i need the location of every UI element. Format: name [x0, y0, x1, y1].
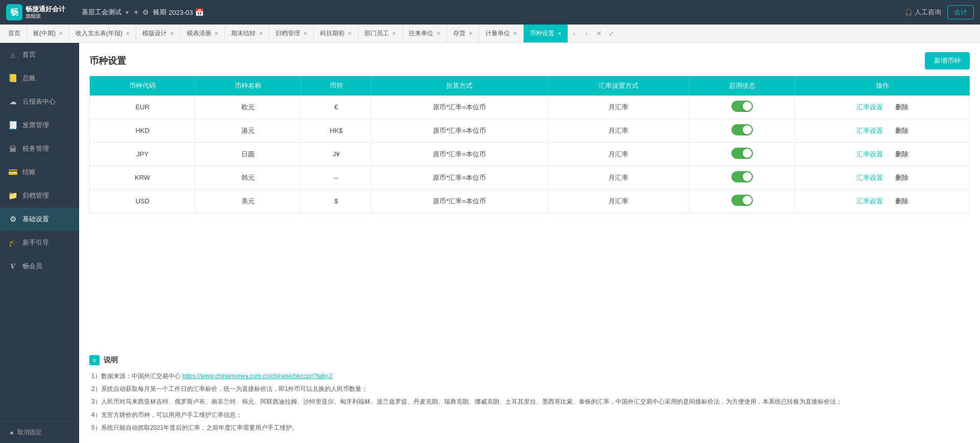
- tab-dept-close[interactable]: ✕: [392, 31, 396, 36]
- toggle-thumb-3: [743, 172, 752, 181]
- cell-status-4: [690, 190, 795, 213]
- rate-setting-link-1[interactable]: 汇率设置: [856, 126, 883, 135]
- tab-customers[interactable]: 往来单位 ✕: [403, 25, 447, 43]
- workspace-selector[interactable]: 基层工会测试 ▼: [82, 8, 130, 17]
- cell-status-2: [690, 143, 795, 166]
- note-link[interactable]: https://www.chinamoney.com.cn/chinese/bk…: [182, 372, 332, 380]
- rate-setting-link-4[interactable]: 汇率设置: [856, 197, 883, 206]
- delete-link-0[interactable]: 删除: [895, 103, 909, 112]
- tab-period-end-label: 期末结转: [231, 29, 256, 38]
- tab-template-close[interactable]: ✕: [170, 31, 174, 36]
- tab-subject-close[interactable]: ✕: [348, 31, 352, 36]
- toggle-track-2: [731, 148, 753, 159]
- delete-link-3[interactable]: 删除: [895, 173, 909, 182]
- pin-label: 取消固定: [17, 428, 42, 437]
- table-row: KRW 韩元 -- 原币*汇率=本位币 月汇率 汇率设置 删除: [90, 166, 970, 190]
- sidebar-item-tax[interactable]: 🏛 税务管理: [0, 137, 79, 160]
- cell-code-1: HKD: [90, 119, 195, 143]
- table-row: HKD 港元 HK$ 原币*汇率=本位币 月汇率 汇率设置 删除: [90, 119, 970, 143]
- sidebar-item-ledger-label: 总账: [22, 74, 36, 83]
- tab-archive[interactable]: 归档管理 ✕: [270, 25, 314, 43]
- tab-currency-close[interactable]: ✕: [557, 31, 561, 36]
- rate-setting-link-2[interactable]: 汇率设置: [856, 150, 883, 159]
- cell-rate-type-0: 月汇率: [548, 96, 689, 119]
- new-currency-button[interactable]: 新增币种: [925, 52, 970, 69]
- delete-link-2[interactable]: 删除: [895, 150, 909, 159]
- sidebar-item-home[interactable]: ⌂ 首页: [0, 43, 79, 66]
- tab-dept[interactable]: 部门员工 ✕: [358, 25, 403, 43]
- note-list: 1）数据来源：中国外汇交易中心 https://www.chinamoney.c…: [89, 371, 970, 433]
- currency-table: 币种代码 币种名称 币符 折算方式 汇率设置方式 启用状态 操作 EUR 欧元 …: [89, 76, 970, 213]
- tab-inventory-close[interactable]: ✕: [469, 31, 473, 36]
- tab-income[interactable]: 收入支出表(年报) ✕: [69, 25, 136, 43]
- tab-customers-close[interactable]: ✕: [436, 31, 440, 36]
- sidebar-pin-toggle[interactable]: ◄ 取消固定: [0, 422, 79, 443]
- tab-tax-close[interactable]: ✕: [214, 31, 218, 36]
- cell-code-2: JPY: [90, 143, 195, 166]
- sidebar-item-settings[interactable]: ⚙ 基础设置: [0, 207, 79, 231]
- tab-template[interactable]: 模版设计 ✕: [136, 25, 181, 43]
- cell-status-0: [690, 96, 795, 119]
- tab-currency[interactable]: 币种设置 ✕: [524, 25, 568, 43]
- checkout-icon: 💳: [8, 168, 17, 177]
- tab-archive-close[interactable]: ✕: [303, 31, 307, 36]
- sidebar-item-checkout[interactable]: 💳 结账: [0, 160, 79, 184]
- cell-rate-type-2: 月汇率: [548, 143, 689, 166]
- tab-subject[interactable]: 科目期初 ✕: [314, 25, 358, 43]
- action-cell-0: 汇率设置 删除: [801, 103, 963, 112]
- period-label: 账期: [153, 8, 166, 17]
- tab-period-end[interactable]: 期末结转 ✕: [225, 25, 270, 43]
- tab-close-all-button[interactable]: ✕: [593, 25, 605, 43]
- add-workspace-button[interactable]: +: [134, 8, 138, 17]
- toggle-3[interactable]: [731, 171, 753, 182]
- logo-icon: 畅: [6, 4, 22, 20]
- table-row: EUR 欧元 € 原币*汇率=本位币 月汇率 汇率设置 删除: [90, 96, 970, 119]
- tab-tax[interactable]: 税表清册 ✕: [181, 25, 225, 43]
- toggle-2[interactable]: [731, 148, 753, 159]
- tab-unit[interactable]: 计量单位 ✕: [479, 25, 524, 43]
- account-button[interactable]: 会计: [947, 5, 974, 19]
- rate-setting-link-3[interactable]: 汇率设置: [856, 173, 883, 182]
- tab-inventory[interactable]: 存货 ✕: [447, 25, 479, 43]
- action-cell-2: 汇率设置 删除: [801, 150, 963, 159]
- sidebar-item-member[interactable]: V 畅会员: [0, 254, 79, 278]
- sidebar-item-archive[interactable]: 📁 归档管理: [0, 184, 79, 207]
- note-icon: ≡: [89, 355, 100, 365]
- tab-ledger-close[interactable]: ✕: [59, 31, 63, 36]
- cell-calc-0: 原币*汇率=本位币: [371, 96, 548, 119]
- cell-code-0: EUR: [90, 96, 195, 119]
- sidebar-item-invoice-label: 发票管理: [22, 121, 49, 130]
- sidebar-item-guide[interactable]: 🎓 新手引导: [0, 231, 79, 254]
- tab-next-button[interactable]: ›: [580, 25, 593, 43]
- tab-prev-button[interactable]: ‹: [568, 25, 580, 43]
- delete-link-4[interactable]: 删除: [895, 197, 909, 206]
- tab-income-close[interactable]: ✕: [126, 31, 130, 36]
- delete-link-1[interactable]: 删除: [895, 126, 909, 135]
- settings-icon[interactable]: ⚙: [142, 8, 149, 16]
- rate-setting-link-0[interactable]: 汇率设置: [856, 103, 883, 112]
- support-button[interactable]: 🎧 人工咨询: [904, 8, 941, 17]
- col-symbol: 币符: [301, 76, 371, 96]
- sidebar-item-cloud[interactable]: ☁ 云报表中心: [0, 90, 79, 113]
- cloud-icon: ☁: [8, 97, 17, 106]
- note-item-3: 3）人民币对马来西亚林吉特、俄罗斯卢布、南非兰特、韩元、阿联酋迪拉姆、沙特里亚尔…: [89, 397, 970, 407]
- sidebar-item-ledger[interactable]: 📒 总账: [0, 66, 79, 90]
- calendar-icon[interactable]: 📅: [195, 8, 204, 16]
- main-layout: ⌂ 首页 📒 总账 ☁ 云报表中心 🧾 发票管理 🏛 税务管理 💳 结账 📁 归…: [0, 43, 980, 443]
- toggle-thumb-1: [743, 125, 752, 134]
- toggle-1[interactable]: [731, 124, 753, 135]
- sidebar-item-invoice[interactable]: 🧾 发票管理: [0, 113, 79, 137]
- cell-symbol-2: J¥: [301, 143, 371, 166]
- toggle-4[interactable]: [731, 195, 753, 206]
- toggle-0[interactable]: [731, 101, 753, 112]
- tab-home[interactable]: 首页: [2, 25, 27, 43]
- tab-ledger[interactable]: 账(中期) ✕: [27, 25, 69, 43]
- tab-currency-label: 币种设置: [530, 29, 554, 38]
- guide-icon: 🎓: [8, 238, 17, 247]
- note-item-2: 2）系统自动获取每月第一个工作日的汇率标价，统一为直接标价法，即1外币可以兑换的…: [89, 384, 970, 394]
- tab-unit-close[interactable]: ✕: [513, 31, 517, 36]
- support-label: 人工咨询: [915, 8, 941, 17]
- tab-period-end-close[interactable]: ✕: [259, 31, 263, 36]
- cell-symbol-3: --: [301, 166, 371, 190]
- tab-expand-button[interactable]: ⤢: [605, 25, 617, 43]
